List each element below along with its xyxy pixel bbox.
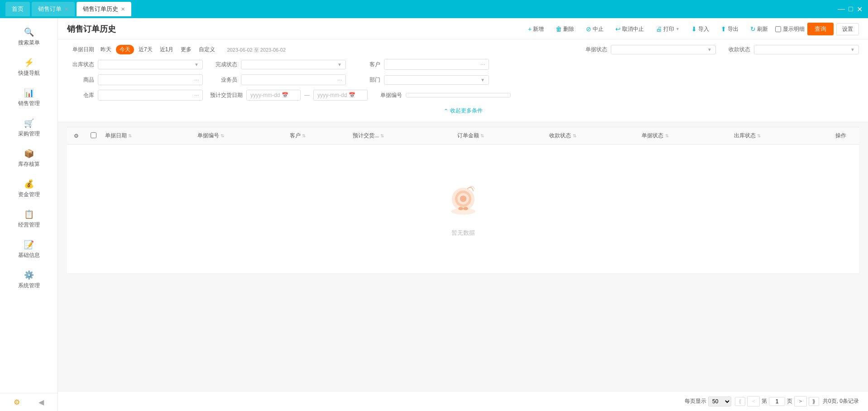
date-tab-more[interactable]: 更多 xyxy=(178,45,194,54)
btn-import[interactable]: ⬇ 导入 xyxy=(687,24,714,35)
empty-text: 暂无数据 xyxy=(451,229,475,237)
col-order-amount[interactable]: 订单金额 ⇅ xyxy=(454,127,546,145)
maximize-btn[interactable]: □ xyxy=(849,5,853,13)
total-records: 共0页, 0条记录 xyxy=(823,397,859,405)
tab-sales-order[interactable]: 销售订单 ✕ xyxy=(32,2,75,16)
sidebar-item-inventory[interactable]: 📦 库存核算 xyxy=(0,143,58,174)
date-tab-yesterday[interactable]: 昨天 xyxy=(98,45,114,54)
col-expected-date[interactable]: 预计交货... ⇅ xyxy=(349,127,454,145)
sidebar-bottom: ⚙ ◀ xyxy=(0,393,58,411)
sidebar-item-quicknav[interactable]: ⚡ 快捷导航 xyxy=(0,52,58,82)
btn-cancel-stop[interactable]: ↩ 取消中止 xyxy=(611,24,648,35)
table-settings-icon[interactable]: ⚙ xyxy=(74,133,79,139)
pagination: 每页显示 10 20 50 100 ⟪ ＜ 第 页 ＞ ⟫ 共0页, 0条记录 xyxy=(58,391,868,411)
product-ellipsis[interactable]: ··· xyxy=(194,77,199,83)
basic-info-icon: 📝 xyxy=(24,240,34,250)
btn-add[interactable]: + 新增 xyxy=(523,24,548,35)
select-all-checkbox[interactable] xyxy=(91,132,96,138)
date-tab-custom[interactable]: 自定义 xyxy=(196,45,218,54)
product-input[interactable]: ··· xyxy=(98,74,203,85)
sidebar-item-sales[interactable]: 📊 销售管理 xyxy=(0,82,58,113)
calendar-to-icon: 📅 xyxy=(349,92,355,98)
sidebar-item-system[interactable]: ⚙️ 系统管理 xyxy=(0,265,58,295)
page-input[interactable] xyxy=(769,397,785,406)
filter-row-4: 仓库 ··· 预计交货日期 yyyy-mm-dd 📅 — xyxy=(67,90,859,101)
col-checkbox[interactable] xyxy=(85,127,101,145)
page-nav: ⟪ ＜ 第 页 ＞ ⟫ xyxy=(735,396,819,406)
collapse-text: 收起更多条件 xyxy=(450,107,483,115)
payment-status-select[interactable]: ▼ xyxy=(754,45,859,54)
salesperson-ellipsis[interactable]: ··· xyxy=(337,77,342,83)
system-icon: ⚙️ xyxy=(24,270,34,280)
warehouse-ellipsis[interactable]: ··· xyxy=(194,92,199,98)
sidebar-item-finance[interactable]: 💰 资金管理 xyxy=(0,174,58,204)
collapse-bar[interactable]: ⌃ 收起更多条件 xyxy=(67,105,859,116)
expected-date-from[interactable]: yyyy-mm-dd 📅 xyxy=(246,90,301,101)
order-num-input[interactable] xyxy=(406,93,511,97)
col-order-num[interactable]: 单据编号 ⇅ xyxy=(194,127,286,145)
filter-row-1: 单据日期 昨天 今天 近7天 近1月 更多 自定义 2023-06-02 至 2… xyxy=(67,45,859,54)
display-details-toggle[interactable]: 显示明细 xyxy=(775,25,805,33)
customer-ellipsis[interactable]: ··· xyxy=(480,61,485,68)
sidebar-item-search[interactable]: 🔍 搜索菜单 xyxy=(0,22,58,52)
tab-home[interactable]: 首页 xyxy=(5,2,30,16)
btn-delete[interactable]: 🗑 删除 xyxy=(551,24,579,35)
order-status-select[interactable]: ▼ xyxy=(611,45,716,54)
date-tab-today[interactable]: 今天 xyxy=(116,45,134,54)
svg-point-6 xyxy=(463,207,468,210)
date-tab-1month[interactable]: 近1月 xyxy=(157,45,177,54)
btn-settings[interactable]: 设置 xyxy=(836,23,859,35)
sales-icon: 📊 xyxy=(24,88,34,98)
warehouse-input[interactable]: ··· xyxy=(98,90,203,101)
operations-icon: 📋 xyxy=(24,209,34,219)
empty-state: 暂无数据 xyxy=(67,145,859,273)
col-customer[interactable]: 客户 ⇅ xyxy=(286,127,349,145)
table-area: ⚙ 单据日期 ⇅ 单据编号 ⇅ xyxy=(58,122,868,391)
sidebar-item-purchase[interactable]: 🛒 采购管理 xyxy=(0,113,58,143)
stop-icon: ⊘ xyxy=(586,25,591,33)
btn-stop[interactable]: ⊘ 中止 xyxy=(581,24,608,35)
per-page-label: 每页显示 xyxy=(685,397,706,405)
sidebar-item-basic-info[interactable]: 📝 基础信息 xyxy=(0,234,58,265)
date-tab-7days[interactable]: 近7天 xyxy=(136,45,155,54)
btn-query[interactable]: 查询 xyxy=(807,23,834,35)
page-next-btn[interactable]: ＞ xyxy=(794,396,807,406)
outstock-select[interactable]: ▼ xyxy=(98,60,203,69)
per-page-select[interactable]: 10 20 50 100 xyxy=(708,396,731,406)
col-outstock-status[interactable]: 出库状态 ⇅ xyxy=(730,127,823,145)
sort-outstock-icon: ⇅ xyxy=(757,133,761,138)
sidebar-collapse-icon[interactable]: ◀ xyxy=(38,398,44,406)
product-label: 商品 xyxy=(67,76,94,84)
btn-export[interactable]: ⬆ 导出 xyxy=(716,24,743,35)
warehouse-label: 仓库 xyxy=(67,92,94,99)
customer-input[interactable]: ··· xyxy=(384,59,489,70)
page-last-btn[interactable]: ⟫ xyxy=(809,397,819,406)
display-details-checkbox[interactable] xyxy=(775,26,781,32)
btn-print[interactable]: 🖨 打印 ▼ xyxy=(651,24,684,35)
minimize-btn[interactable]: — xyxy=(838,5,845,13)
page-first-btn[interactable]: ⟪ xyxy=(735,397,745,406)
col-order-status[interactable]: 单据状态 ⇅ xyxy=(638,127,730,145)
sidebar-item-operations[interactable]: 📋 经营管理 xyxy=(0,204,58,234)
sidebar-settings-icon[interactable]: ⚙ xyxy=(14,398,20,406)
add-icon: + xyxy=(528,25,532,33)
btn-refresh[interactable]: ↻ 刷新 xyxy=(746,24,772,35)
filter-payment-status: 收款状态 ▼ xyxy=(723,45,859,54)
col-payment-status[interactable]: 收款状态 ⇅ xyxy=(546,127,638,145)
filter-date: 单据日期 昨天 今天 近7天 近1月 更多 自定义 xyxy=(67,45,218,54)
tab-sales-order-history-close[interactable]: ✕ xyxy=(121,6,125,12)
delete-icon: 🗑 xyxy=(556,25,562,33)
sort-expected-icon: ⇅ xyxy=(380,133,384,138)
completion-select[interactable]: ▼ xyxy=(241,60,346,69)
department-select[interactable]: ▼ xyxy=(384,75,489,85)
col-settings[interactable]: ⚙ xyxy=(67,127,85,145)
close-btn[interactable]: ✕ xyxy=(857,5,863,14)
date-range-display: 2023-06-02 至 2023-06-02 xyxy=(227,47,286,54)
salesperson-input[interactable]: ··· xyxy=(241,74,346,85)
expected-date-to[interactable]: yyyy-mm-dd 📅 xyxy=(313,90,368,101)
page-prev-btn[interactable]: ＜ xyxy=(747,396,760,406)
tab-sales-order-history[interactable]: 销售订单历史 ✕ xyxy=(77,2,131,16)
col-date[interactable]: 单据日期 ⇅ xyxy=(101,127,194,145)
export-icon: ⬆ xyxy=(721,25,726,33)
tab-sales-order-close[interactable]: ✕ xyxy=(64,6,68,12)
